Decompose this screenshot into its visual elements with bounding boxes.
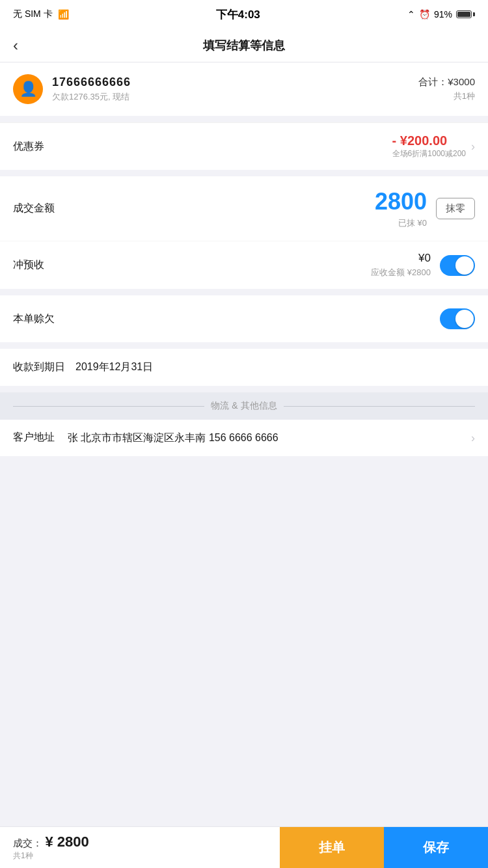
- footer-amount: ¥ 2800: [45, 834, 88, 850]
- address-section: 客户地址 张 北京市市辖区海淀区永丰南 156 6666 6666 ›: [0, 420, 488, 456]
- location-icon: ⌃: [407, 9, 415, 20]
- pre-collect-sub: 应收金额 ¥2800: [371, 267, 431, 278]
- coupon-desc: 全场6折满1000减200: [392, 148, 466, 159]
- alarm-icon: ⏰: [419, 9, 430, 20]
- gray-spacer: [0, 463, 488, 547]
- pre-collect-value-block: ¥0 应收金额 ¥2800: [371, 252, 431, 278]
- coupon-chevron-icon: ›: [471, 140, 475, 154]
- logistics-divider: 物流 & 其他信息: [0, 392, 488, 420]
- total-label: 合计：¥3000: [418, 76, 475, 88]
- amount-section: 成交金额 2800 已抹 ¥0 抹零 冲预收 ¥0 应收金额 ¥2800: [0, 176, 488, 289]
- debt-row: 本单赊欠: [0, 295, 488, 342]
- address-chevron-icon: ›: [471, 430, 475, 445]
- address-label: 客户地址: [13, 430, 59, 444]
- pre-collect-label: 冲预收: [13, 258, 44, 272]
- coupon-right: - ¥200.00 全场6折满1000减200 ›: [392, 133, 475, 159]
- battery-percent: 91%: [434, 9, 452, 20]
- footer-deal-label: 成交：: [13, 837, 42, 848]
- divider-line-right: [284, 406, 475, 407]
- coupon-amount: - ¥200.00: [392, 133, 466, 148]
- pending-button[interactable]: 挂单: [280, 827, 384, 869]
- footer-count: 共1种: [13, 850, 267, 861]
- customer-details: 17666666666 欠款1276.35元, 现结: [52, 75, 131, 103]
- wifi-icon: 📶: [58, 9, 69, 20]
- back-button[interactable]: ‹: [13, 36, 39, 55]
- divider-line-left: [13, 406, 204, 407]
- deal-amount-value: 2800: [375, 188, 427, 215]
- logistics-label: 物流 & 其他信息: [211, 400, 277, 412]
- battery-icon: [456, 10, 475, 18]
- no-sim-text: 无 SIM 卡: [13, 8, 53, 20]
- pre-collect-right: ¥0 应收金额 ¥2800: [371, 252, 475, 278]
- coupon-label: 优惠券: [13, 140, 44, 154]
- duedate-value: 2019年12月31日: [75, 360, 153, 374]
- customer-total: 合计：¥3000 共1种: [418, 76, 475, 102]
- customer-card: 👤 17666666666 欠款1276.35元, 现结 合计：¥3000 共1…: [0, 62, 488, 116]
- page-title: 填写结算等信息: [39, 38, 449, 53]
- toggle-knob: [455, 256, 474, 275]
- pre-collect-amount: ¥0: [371, 252, 431, 265]
- deal-amount-right: 2800 已抹 ¥0 抹零: [375, 188, 475, 229]
- status-right: ⌃ ⏰ 91%: [407, 9, 475, 20]
- customer-sub: 欠款1276.35元, 现结: [52, 91, 131, 103]
- footer: 成交： ¥ 2800 共1种 挂单 保存: [0, 826, 488, 868]
- deal-amount-row: 成交金额 2800 已抹 ¥0 抹零: [0, 176, 488, 241]
- pre-collect-row: 冲预收 ¥0 应收金额 ¥2800: [0, 241, 488, 289]
- avatar: 👤: [13, 74, 43, 104]
- deal-amount-sub: 已抹 ¥0: [375, 217, 427, 229]
- footer-info: 成交： ¥ 2800 共1种: [0, 834, 280, 861]
- status-time: 下午4:03: [216, 7, 260, 22]
- pre-collect-toggle[interactable]: [440, 255, 475, 276]
- duedate-section: 收款到期日 2019年12月31日: [0, 349, 488, 386]
- deal-amount-label: 成交金额: [13, 202, 55, 215]
- coupon-value-block: - ¥200.00 全场6折满1000减200: [392, 133, 466, 159]
- coupon-row[interactable]: 优惠券 - ¥200.00 全场6折满1000减200 ›: [0, 122, 488, 170]
- customer-phone: 17666666666: [52, 75, 131, 89]
- status-left: 无 SIM 卡 📶: [13, 8, 69, 20]
- total-count: 共1种: [418, 90, 475, 102]
- header: ‹ 填写结算等信息: [0, 29, 488, 62]
- save-button[interactable]: 保存: [384, 827, 488, 869]
- avatar-icon: 👤: [20, 81, 37, 98]
- debt-label: 本单赊欠: [13, 312, 55, 326]
- round-zero-button[interactable]: 抹零: [436, 198, 475, 219]
- debt-section: 本单赊欠: [0, 295, 488, 342]
- duedate-row: 收款到期日 2019年12月31日: [0, 349, 488, 386]
- status-bar: 无 SIM 卡 📶 下午4:03 ⌃ ⏰ 91%: [0, 0, 488, 29]
- address-value: 张 北京市市辖区海淀区永丰南 156 6666 6666: [68, 430, 462, 446]
- deal-amount-value-block: 2800 已抹 ¥0: [375, 188, 427, 229]
- coupon-section: 优惠券 - ¥200.00 全场6折满1000减200 ›: [0, 122, 488, 170]
- debt-toggle[interactable]: [440, 308, 475, 329]
- duedate-label: 收款到期日: [13, 360, 65, 374]
- debt-toggle-knob: [455, 310, 474, 328]
- customer-info-left: 👤 17666666666 欠款1276.35元, 现结: [13, 74, 131, 104]
- address-row[interactable]: 客户地址 张 北京市市辖区海淀区永丰南 156 6666 6666 ›: [0, 420, 488, 456]
